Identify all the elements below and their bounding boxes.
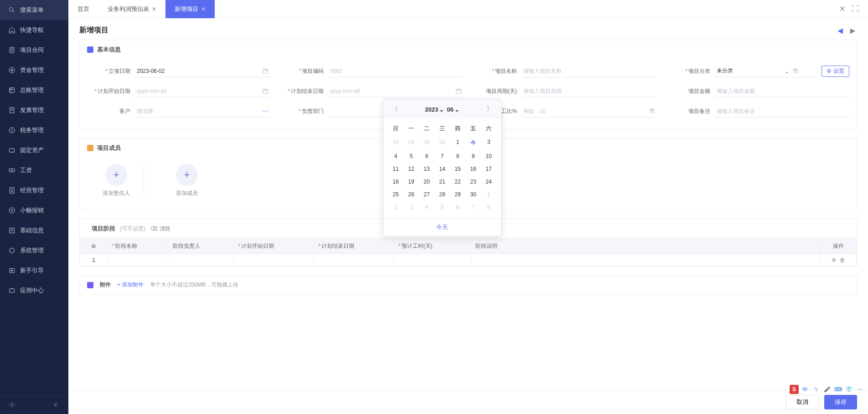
date-cell[interactable]: 15: [450, 163, 465, 175]
date-cell[interactable]: 30: [465, 188, 481, 201]
help-icon[interactable]: ?⃝: [793, 67, 799, 75]
proj-cat-select[interactable]: 未分类: [715, 65, 817, 77]
tab-新增项目[interactable]: 新增项目✕: [165, 0, 215, 18]
year-select[interactable]: 2023 ⌄: [425, 106, 444, 113]
date-cell[interactable]: 1: [450, 136, 465, 150]
proj-code-input[interactable]: [328, 65, 463, 77]
date-cell[interactable]: 3: [481, 136, 496, 150]
date-cell[interactable]: 18: [388, 175, 403, 188]
prev-record-icon[interactable]: ◀: [836, 26, 845, 35]
date-cell[interactable]: 11: [388, 163, 403, 175]
period-input[interactable]: [522, 85, 656, 97]
sidebar-item-funds[interactable]: 资金管理: [0, 60, 68, 80]
cell-start[interactable]: [233, 254, 314, 266]
date-cell[interactable]: 7: [465, 201, 481, 214]
calendar-icon[interactable]: [262, 68, 269, 74]
close-icon[interactable]: ✕: [152, 6, 156, 12]
delete-row-icon[interactable]: 🗑: [840, 257, 845, 263]
date-cell[interactable]: 2: [388, 201, 403, 214]
sidebar-item-salary[interactable]: 工资: [0, 160, 68, 180]
category-setting-button[interactable]: ⚙ 设置: [822, 66, 849, 77]
sidebar-item-apps[interactable]: 应用中心: [0, 281, 68, 301]
cancel-button[interactable]: 取消: [786, 395, 819, 409]
sidebar-item-home[interactable]: 快捷导航: [0, 20, 68, 40]
date-cell[interactable]: 7: [434, 150, 450, 163]
sidebar-item-asset[interactable]: 固定资产: [0, 140, 68, 160]
date-cell[interactable]: 10: [481, 150, 496, 163]
date-cell[interactable]: 31: [434, 136, 450, 150]
plan-start-input[interactable]: [135, 85, 269, 97]
close-icon[interactable]: ✕: [201, 6, 206, 12]
date-cell[interactable]: 4: [419, 201, 434, 214]
date-cell[interactable]: 14: [434, 163, 450, 175]
cell-end[interactable]: [314, 254, 394, 266]
sidebar-item-contract[interactable]: 项目合同: [0, 40, 68, 60]
ime-more-icon[interactable]: ⋯: [855, 385, 864, 394]
date-cell[interactable]: 26: [403, 188, 419, 201]
ime-skin-icon[interactable]: 👕: [844, 385, 853, 394]
sidebar-item-xiaochang[interactable]: 小畅报销: [0, 200, 68, 220]
sidebar-item-operate[interactable]: 经营管理: [0, 180, 68, 200]
date-cell[interactable]: 6: [450, 201, 465, 214]
ime-sogou-icon[interactable]: S: [790, 385, 799, 394]
help-icon[interactable]: ?⃝: [649, 107, 655, 115]
sidebar-item-system[interactable]: 系统管理: [0, 240, 68, 261]
sidebar-item-basic[interactable]: 基础信息: [0, 220, 68, 240]
collapse-icon[interactable]: [53, 401, 60, 409]
ime-voice-icon[interactable]: 🎤: [822, 385, 832, 394]
date-cell[interactable]: 28: [434, 188, 450, 201]
date-cell[interactable]: 24: [481, 175, 496, 188]
date-cell[interactable]: 16: [465, 163, 481, 175]
ime-mode[interactable]: 中: [801, 385, 810, 394]
date-cell[interactable]: 5: [403, 150, 419, 163]
amount-input[interactable]: [715, 85, 849, 97]
calendar-icon[interactable]: [262, 88, 269, 94]
clear-stages-button[interactable]: ⌫ 清除: [150, 225, 170, 233]
date-cell[interactable]: 20: [419, 175, 434, 188]
close-all-icon[interactable]: ✕: [839, 5, 845, 13]
proj-name-input[interactable]: [522, 65, 656, 77]
ime-punct[interactable]: ㄅ: [811, 385, 821, 394]
date-cell[interactable]: 27: [419, 188, 434, 201]
date-cell[interactable]: 12: [403, 163, 419, 175]
date-cell[interactable]: 29: [403, 136, 419, 150]
sidebar-item-invoice[interactable]: 发票管理: [0, 100, 68, 120]
date-cell[interactable]: 29: [450, 188, 465, 201]
date-cell[interactable]: 22: [450, 175, 465, 188]
col-settings-icon[interactable]: ⚙: [80, 239, 108, 254]
date-cell[interactable]: 23: [465, 175, 481, 188]
date-cell[interactable]: 28: [388, 136, 403, 150]
tab-业务利润预估表[interactable]: 业务利润预估表✕: [98, 0, 165, 18]
sidebar-item-guide[interactable]: 新手引导: [0, 261, 68, 281]
more-icon[interactable]: ⋯: [262, 107, 269, 115]
percent-input[interactable]: [522, 105, 656, 118]
fullscreen-icon[interactable]: ⛶: [852, 5, 859, 13]
date-cell[interactable]: 13: [419, 163, 434, 175]
chevron-down-icon[interactable]: ⌄: [784, 67, 790, 75]
plan-end-input[interactable]: [328, 85, 463, 97]
prev-month-icon[interactable]: 〈: [389, 104, 401, 114]
date-cell[interactable]: 19: [403, 175, 419, 188]
date-cell[interactable]: 25: [388, 188, 403, 201]
sidebar-item-tax[interactable]: 税务管理: [0, 120, 68, 140]
add-row-icon[interactable]: ⊕: [832, 257, 836, 263]
ime-keyboard-icon[interactable]: ⌨: [833, 385, 842, 394]
today-button[interactable]: 今天: [383, 218, 501, 236]
date-cell[interactable]: 8: [481, 201, 496, 214]
next-month-icon[interactable]: 〉: [484, 104, 496, 114]
date-cell[interactable]: 今: [465, 136, 481, 150]
sidebar-item-ledger[interactable]: 总账管理: [0, 80, 68, 100]
add-member-button[interactable]: +: [176, 164, 198, 186]
date-cell[interactable]: 5: [434, 201, 450, 214]
date-cell[interactable]: 1: [481, 188, 496, 201]
remark-input[interactable]: [715, 105, 849, 118]
tab-首页[interactable]: 首页: [68, 0, 98, 18]
month-select[interactable]: 06 ⌄: [447, 106, 459, 113]
date-cell[interactable]: 30: [419, 136, 434, 150]
customer-input[interactable]: [135, 105, 269, 118]
date-cell[interactable]: 17: [481, 163, 496, 175]
date-cell[interactable]: 21: [434, 175, 450, 188]
next-record-icon[interactable]: ▶: [848, 26, 857, 35]
date-cell[interactable]: 9: [465, 150, 481, 163]
date-cell[interactable]: 4: [388, 150, 403, 163]
